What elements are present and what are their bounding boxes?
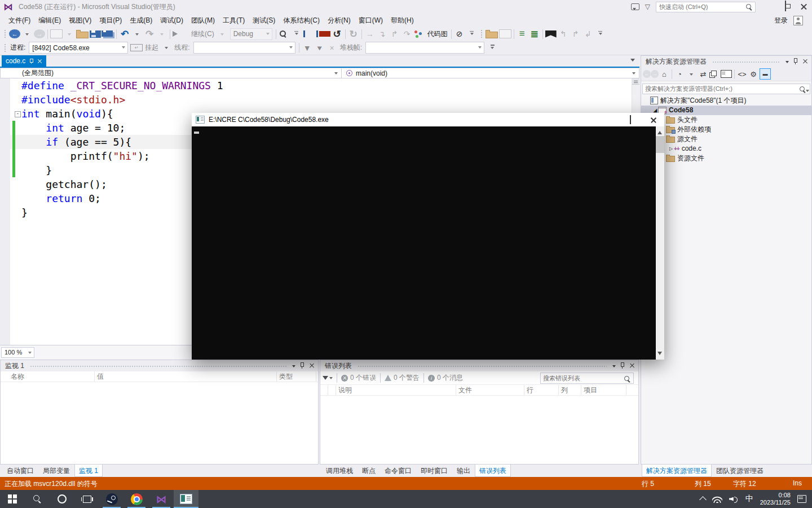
continue-icon[interactable]	[173, 31, 189, 37]
new-file-dropdown[interactable]	[64, 28, 75, 40]
document-list-dropdown[interactable]	[630, 59, 635, 64]
close-button[interactable]	[795, 0, 812, 12]
console-window[interactable]: E:\NCRE C\Code58\Debug\Code58.exe	[192, 113, 664, 360]
redo-icon[interactable]: ↷	[144, 28, 155, 40]
console-maximize-button[interactable]	[619, 113, 642, 126]
panel-tab[interactable]: 输出	[452, 465, 475, 477]
menu-item[interactable]: 团队(M)	[187, 14, 219, 27]
stack-frame-dropdown[interactable]	[365, 42, 484, 54]
suspend-threads-icon[interactable]: ×	[326, 42, 338, 54]
panel-tab[interactable]: 监视 1	[74, 465, 103, 477]
filter-threads-icon[interactable]: ▼	[302, 42, 313, 54]
console-output-area[interactable]	[192, 126, 664, 360]
menu-item[interactable]: 视图(V)	[65, 14, 95, 27]
zoom-level-dropdown[interactable]: 100 %	[1, 347, 34, 358]
toolbar2-overflow[interactable]	[487, 42, 498, 54]
column-header[interactable]: 值	[95, 371, 277, 382]
column-header[interactable]: 项目	[581, 385, 626, 395]
watch-panel-header[interactable]: 监视 1	[1, 360, 318, 371]
cortana-icon[interactable]	[50, 490, 74, 508]
menu-item[interactable]: 帮助(H)	[387, 14, 418, 27]
solution-configuration-dropdown[interactable]: Debug	[230, 28, 272, 40]
show-next-statement-icon[interactable]: →	[364, 28, 376, 40]
panel-tab[interactable]: 自动窗口	[2, 465, 38, 477]
column-header[interactable]: 文件	[456, 385, 524, 395]
minimize-button[interactable]	[761, 0, 778, 12]
view-code-icon[interactable]: <>	[737, 69, 747, 79]
sign-in-link[interactable]: 登录	[769, 16, 793, 25]
menu-item[interactable]: 窗口(W)	[355, 14, 387, 27]
visual-studio-icon[interactable]: ⋈	[149, 490, 174, 508]
editor-splitter-handle[interactable]	[632, 78, 639, 85]
breakpoints-overflow[interactable]	[466, 28, 478, 40]
navigate-forward-icon[interactable]: →	[34, 29, 45, 38]
show-all-files-icon[interactable]	[721, 70, 732, 78]
scroll-up-icon[interactable]	[657, 129, 662, 134]
panel-tab[interactable]: 局部变量	[38, 465, 74, 477]
flagged-threads-icon[interactable]: ▼	[314, 43, 325, 52]
toolbar-drag-grip[interactable]	[4, 43, 6, 52]
process-dropdown[interactable]: [8492] Code58.exe	[29, 42, 128, 54]
stop-debugging-icon[interactable]	[319, 31, 330, 37]
menu-item[interactable]: 分析(N)	[324, 14, 355, 27]
pin-icon[interactable]	[29, 59, 34, 64]
close-icon[interactable]	[308, 362, 315, 369]
console-close-button[interactable]	[642, 113, 664, 126]
close-tab-icon[interactable]	[37, 59, 42, 64]
window-position-dropdown[interactable]	[612, 365, 616, 369]
step-out-icon[interactable]: ↱	[389, 28, 400, 40]
show-hidden-icons-chevron[interactable]	[699, 496, 707, 503]
back-icon[interactable]: ←	[643, 70, 651, 78]
console-scrollbar[interactable]	[656, 126, 664, 360]
collapse-toggle-icon[interactable]: -	[15, 111, 21, 117]
close-icon[interactable]	[629, 362, 636, 369]
tree-item[interactable]: 头文件	[641, 115, 811, 125]
panel-tab[interactable]: 即时窗口	[416, 465, 452, 477]
window-position-dropdown[interactable]	[292, 365, 295, 369]
open-file-icon[interactable]	[76, 32, 89, 38]
step-into-icon[interactable]: ↴	[377, 28, 388, 40]
warnings-count-button[interactable]: 0 个警告	[385, 373, 420, 383]
scope-dropdown[interactable]: (全局范围)	[1, 68, 342, 78]
panel-tab[interactable]: 解决方案资源管理器	[642, 465, 712, 477]
errors-count-button[interactable]: 0 个错误	[341, 373, 376, 383]
save-icon[interactable]	[90, 30, 101, 38]
taskbar-search-icon[interactable]	[25, 490, 50, 508]
action-center-icon[interactable]	[797, 495, 806, 503]
toolbar-drag-grip[interactable]	[480, 29, 483, 38]
expander-icon[interactable]: ◢	[652, 108, 658, 113]
pending-changes-icon[interactable]: ◔	[674, 69, 685, 79]
expander-icon[interactable]: ▷	[668, 146, 674, 151]
menu-item[interactable]: 编辑(E)	[34, 14, 65, 27]
pin-icon[interactable]	[299, 362, 305, 369]
breakpoints-icon[interactable]: ⊘	[454, 28, 465, 40]
window-position-dropdown[interactable]	[785, 61, 789, 65]
column-header[interactable]: 行	[524, 385, 559, 395]
steam-icon[interactable]	[99, 490, 124, 508]
task-view-icon[interactable]	[74, 490, 99, 508]
panel-tab[interactable]: 团队资源管理器	[712, 465, 768, 477]
chrome-icon[interactable]	[124, 490, 149, 508]
new-breakpoint-icon[interactable]	[486, 32, 498, 38]
drag-grip[interactable]	[358, 365, 607, 367]
scroll-down-icon[interactable]	[657, 352, 662, 357]
code-map-icon[interactable]	[414, 30, 425, 38]
output-window-icon[interactable]: ≡	[517, 28, 528, 40]
error-list-header[interactable]: 错误列表	[320, 360, 638, 371]
panel-tab[interactable]: 命令窗口	[380, 465, 416, 477]
solution-explorer-header[interactable]: 解决方案资源管理器	[641, 56, 811, 67]
console-minimize-button[interactable]	[597, 113, 619, 126]
column-header[interactable]: 说明	[336, 385, 456, 395]
new-file-icon[interactable]	[50, 29, 63, 38]
step-over-icon[interactable]: ↷	[401, 28, 413, 40]
clear-bookmarks-icon[interactable]: ↲	[582, 28, 594, 40]
menu-item[interactable]: 测试(S)	[249, 14, 279, 27]
document-tab-code-c[interactable]: code.c	[2, 55, 46, 67]
properties-wrench-icon[interactable]: ⚙	[748, 69, 758, 79]
run-to-cursor-icon[interactable]: ↻	[348, 28, 359, 40]
notifications-icon[interactable]: ▽	[645, 4, 650, 10]
messages-count-button[interactable]: i0 个消息	[428, 373, 463, 383]
redo-dropdown[interactable]	[156, 28, 167, 40]
undo-dropdown[interactable]	[131, 28, 143, 40]
continue-dropdown[interactable]	[217, 28, 228, 40]
